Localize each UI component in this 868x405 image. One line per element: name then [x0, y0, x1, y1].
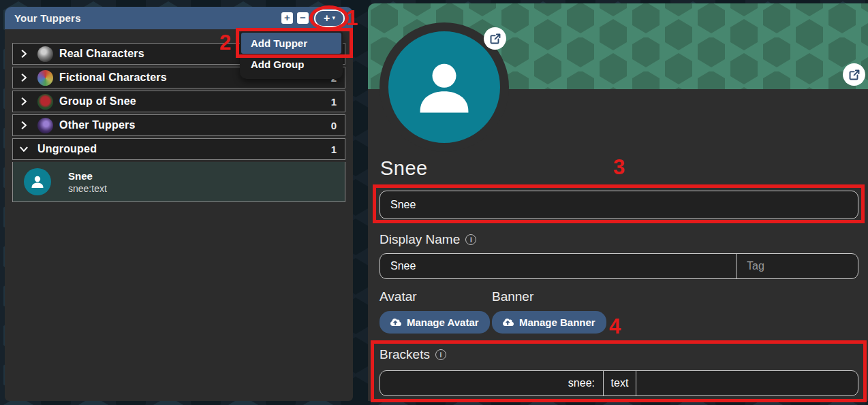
tupper-name: Snee — [68, 170, 107, 182]
cloud-upload-icon — [390, 318, 401, 327]
bracket-suffix-input[interactable] — [636, 371, 858, 395]
group-avatar-image — [37, 118, 53, 133]
chevron-right-icon — [19, 73, 29, 83]
chevron-down-icon — [19, 144, 29, 155]
expand-all-icon[interactable]: + — [281, 12, 293, 24]
chevron-right-icon — [19, 49, 29, 59]
edit-avatar-button[interactable] — [484, 27, 506, 50]
manage-banner-button[interactable]: Manage Banner — [492, 311, 606, 334]
tupper-avatar — [24, 168, 51, 195]
chevron-right-icon — [19, 120, 29, 131]
person-icon — [29, 174, 46, 190]
tupper-profile-panel: Snee Display Name i Avatar Banner Manage… — [368, 3, 868, 401]
info-icon[interactable]: i — [465, 234, 476, 245]
display-name-label: Display Name — [379, 232, 460, 247]
tupper-name-input[interactable] — [380, 191, 858, 218]
external-link-icon — [489, 33, 501, 45]
manage-banner-label: Manage Banner — [519, 317, 595, 328]
group-count: 1 — [331, 96, 337, 108]
tupper-name-field — [379, 191, 858, 219]
brackets-field-group: text — [379, 370, 858, 396]
bracket-text-token: text — [603, 371, 636, 395]
edit-banner-button[interactable] — [843, 63, 865, 86]
collapse-all-icon[interactable]: − — [297, 12, 309, 24]
profile-title: Snee — [380, 157, 428, 180]
cloud-upload-icon — [503, 318, 514, 327]
plus-icon: + — [324, 13, 330, 24]
menu-item-add-group[interactable]: Add Group — [241, 54, 341, 75]
tupper-brackets: snee:text — [68, 183, 107, 194]
external-link-icon — [848, 69, 861, 81]
display-name-cell — [380, 254, 737, 278]
brackets-label: Brackets — [379, 347, 430, 362]
brackets-label-row: Brackets i — [379, 347, 446, 362]
group-name: Group of Snee — [59, 95, 331, 108]
tag-input[interactable] — [737, 254, 858, 278]
manage-avatar-label: Manage Avatar — [407, 317, 479, 328]
manage-avatar-button[interactable]: Manage Avatar — [379, 311, 490, 334]
menu-item-add-tupper[interactable]: Add Tupper — [241, 33, 341, 54]
info-icon[interactable]: i — [435, 349, 446, 360]
display-name-field-group — [379, 253, 858, 279]
group-avatar-image — [37, 46, 53, 62]
group-name: Ungrouped — [37, 143, 331, 155]
add-dropdown-button[interactable]: + ▾ — [314, 10, 345, 27]
tupper-list-header: Your Tuppers + − + ▾ — [5, 7, 353, 29]
display-name-label-row: Display Name i — [379, 232, 476, 247]
display-name-input[interactable] — [380, 254, 736, 278]
caret-down-icon: ▾ — [332, 15, 335, 21]
person-icon — [410, 53, 478, 121]
group-row-ungrouped[interactable]: Ungrouped 1 — [12, 138, 345, 160]
group-count: 1 — [331, 144, 337, 155]
chevron-right-icon — [19, 97, 29, 107]
tag-cell — [737, 254, 858, 278]
bracket-prefix-cell — [380, 371, 603, 395]
bracket-prefix-input[interactable] — [380, 371, 603, 395]
bracket-suffix-cell — [636, 371, 858, 395]
avatar-label: Avatar — [379, 289, 417, 304]
group-name: Other Tuppers — [59, 119, 331, 131]
group-avatar-image — [37, 94, 53, 110]
panel-title: Your Tuppers — [14, 12, 277, 24]
group-row-group-of-snee[interactable]: Group of Snee 1 — [12, 91, 345, 112]
group-count: 0 — [331, 120, 337, 131]
group-row-other-tuppers[interactable]: Other Tuppers 0 — [12, 114, 345, 136]
group-avatar-image — [37, 70, 53, 86]
tupper-list-item-snee[interactable]: Snee snee:text — [12, 162, 345, 202]
banner-label: Banner — [492, 289, 533, 304]
tupper-item-text: Snee snee:text — [68, 170, 107, 194]
add-dropdown-menu: Add Tupper Add Group — [240, 31, 343, 79]
